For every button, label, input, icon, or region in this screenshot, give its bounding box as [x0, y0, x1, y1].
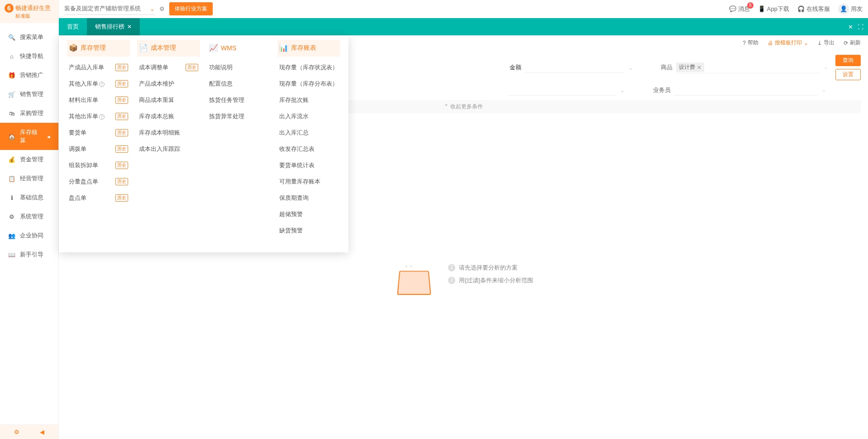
- placeholder-steps: 1 请先选择要分析的方案 2 用[过滤]条件来缩小分析范围: [448, 264, 533, 289]
- placeholder-step-1: 1 请先选择要分析的方案: [448, 264, 533, 272]
- mega-menu-item[interactable]: 可用量库存账本: [277, 174, 340, 190]
- mega-menu-item[interactable]: 现存量（库存分布表）: [277, 76, 340, 92]
- system-settings-icon[interactable]: ⚙: [159, 5, 165, 12]
- nav-operations[interactable]: 📋经营管理: [0, 169, 58, 188]
- messages-button[interactable]: 💬 消息 6: [729, 5, 750, 13]
- mega-menu-item[interactable]: 盘点单历史: [67, 190, 130, 206]
- tab-sales-ranking[interactable]: 销售排行榜 ✕: [87, 18, 140, 35]
- history-tag[interactable]: 历史: [115, 178, 128, 185]
- export-button[interactable]: ⤓导出: [817, 39, 835, 47]
- mega-menu-item[interactable]: 商品成本重算: [137, 92, 200, 108]
- mega-item-label: 功能说明: [209, 63, 233, 72]
- history-tag[interactable]: 历史: [115, 145, 128, 153]
- mega-menu-item[interactable]: 现存量（库存状况表）: [277, 59, 340, 76]
- mega-menu-item[interactable]: 组装拆卸单历史: [67, 157, 130, 174]
- mega-menu-item[interactable]: 分量盘点单历史: [67, 174, 130, 190]
- nav-collab[interactable]: 👥企业协同: [0, 226, 58, 245]
- more-icon[interactable]: ···: [824, 64, 826, 71]
- template-print-button[interactable]: 🖨按模板打印⌄: [768, 39, 808, 47]
- more-icon[interactable]: ···: [822, 87, 825, 94]
- nav-purchase[interactable]: 🛍采购管理: [0, 104, 58, 123]
- remove-tag-icon[interactable]: ✕: [697, 64, 701, 71]
- history-tag[interactable]: 历史: [115, 194, 128, 202]
- logo[interactable]: 6 畅捷通好生意: [5, 4, 54, 13]
- mega-menu-item[interactable]: 调拨单历史: [67, 141, 130, 157]
- mega-menu-item[interactable]: 材料出库单历史: [67, 92, 130, 108]
- chat-icon: 💬: [729, 5, 736, 12]
- mega-menu-item[interactable]: 缺货预警: [277, 222, 340, 239]
- nav-marketing[interactable]: 🎁营销推广: [0, 66, 58, 85]
- industry-plan-button[interactable]: 体验行业方案: [169, 2, 213, 15]
- mega-menu-item[interactable]: 其他出库单?历史: [67, 108, 130, 125]
- history-tag[interactable]: 历史: [115, 80, 128, 87]
- mega-menu-item[interactable]: 收发存汇总表: [277, 141, 340, 157]
- dropdown-input-2[interactable]: [508, 85, 616, 96]
- collapse-sidebar-icon[interactable]: ◀: [40, 429, 44, 435]
- history-tag[interactable]: 历史: [115, 129, 128, 136]
- close-all-icon[interactable]: ✕: [848, 24, 853, 30]
- history-tag[interactable]: 历史: [115, 113, 128, 120]
- nav-inventory[interactable]: 🏠库存核算◂: [0, 123, 58, 150]
- mega-menu-item[interactable]: 库存成本明细账: [137, 125, 200, 141]
- mega-item-label: 产成品入库单: [69, 63, 104, 72]
- settings-icon[interactable]: ⚙: [14, 429, 19, 435]
- filter-actions: 查询 设置: [835, 55, 861, 80]
- mega-menu-item[interactable]: 出入库汇总: [277, 125, 340, 141]
- online-service-button[interactable]: 🎧 在线客服: [797, 5, 830, 13]
- history-tag[interactable]: 历史: [115, 96, 128, 104]
- tab-home[interactable]: 首页: [59, 18, 87, 35]
- mega-menu-item[interactable]: 库存批次账: [277, 92, 340, 108]
- mega-menu-item[interactable]: 要货单统计表: [277, 157, 340, 174]
- mega-menu-item[interactable]: 配置信息: [207, 76, 270, 92]
- app-download-button[interactable]: 📱 App下载: [758, 5, 789, 13]
- history-tag[interactable]: 历史: [115, 162, 128, 169]
- nav-funds[interactable]: 💰资金管理: [0, 150, 58, 169]
- info-icon: ?: [99, 82, 105, 87]
- placeholder-illustration: ˙ ˙: [394, 258, 434, 294]
- step-text: 请先选择要分析的方案: [459, 264, 518, 272]
- mega-menu-item[interactable]: 要货单历史: [67, 125, 130, 141]
- fullscreen-icon[interactable]: ⛶: [858, 24, 863, 30]
- history-tag[interactable]: 历史: [186, 64, 198, 71]
- mega-menu-item[interactable]: 其他入库单?历史: [67, 76, 130, 92]
- user-menu[interactable]: 👤 用友: [838, 4, 863, 14]
- nav-search[interactable]: 🔍搜索菜单: [0, 28, 58, 47]
- messages-badge: 6: [747, 2, 754, 9]
- mega-menu-item[interactable]: 库存成本总账: [137, 108, 200, 125]
- nav-guide[interactable]: 📖新手引导: [0, 245, 58, 264]
- settings-button[interactable]: 设置: [835, 69, 861, 80]
- nav-system[interactable]: ⚙系统管理: [0, 207, 58, 226]
- chevron-down-icon[interactable]: ⌄: [628, 64, 633, 71]
- mega-menu-item[interactable]: 功能说明: [207, 59, 270, 76]
- salesperson-label: 业务员: [653, 86, 671, 94]
- sidebar: 6 畅捷通好生意 标准版 🔍搜索菜单 ⌂快捷导航 🎁营销推广 🛒销售管理 🛍采购…: [0, 0, 59, 439]
- history-tag[interactable]: 历史: [115, 64, 128, 71]
- system-select[interactable]: 装备及固定资产辅助管理系统 ⌄: [64, 3, 155, 15]
- mega-menu-item[interactable]: 产成品入库单历史: [67, 59, 130, 76]
- close-icon[interactable]: ✕: [127, 24, 132, 30]
- amount-input[interactable]: [525, 62, 625, 73]
- mega-menu-item[interactable]: 产品成本维护: [137, 76, 200, 92]
- sidebar-footer: ⚙ ◀: [0, 425, 58, 439]
- salesperson-input[interactable]: [674, 85, 819, 96]
- mega-menu-item[interactable]: 拣货异常处理: [207, 108, 270, 125]
- nav-quick[interactable]: ⌂快捷导航: [0, 47, 58, 66]
- nav-label: 新手引导: [20, 251, 43, 259]
- query-button[interactable]: 查询: [835, 55, 861, 66]
- mega-menu-item[interactable]: 超储预警: [277, 206, 340, 222]
- dropdown-field-2: ⌄: [508, 85, 644, 96]
- refresh-button[interactable]: ⟳刷新: [844, 39, 861, 47]
- mega-header-text: 库存账表: [291, 44, 316, 52]
- mega-menu-item[interactable]: 出入库流水: [277, 108, 340, 125]
- mega-menu-item[interactable]: 保质期查询: [277, 190, 340, 206]
- mega-item-label: 超储预警: [279, 210, 303, 218]
- nav-basic[interactable]: ℹ基础信息: [0, 188, 58, 207]
- mega-menu-item[interactable]: 成本调整单历史: [137, 59, 200, 76]
- nav-sales[interactable]: 🛒销售管理: [0, 85, 58, 104]
- chevron-down-icon[interactable]: ⌄: [620, 87, 625, 94]
- help-button[interactable]: ?帮助: [743, 39, 758, 47]
- mega-menu-item[interactable]: 拣货任务管理: [207, 92, 270, 108]
- tabs-right-actions: ✕ ⛶: [848, 24, 868, 30]
- mega-menu-item[interactable]: 成本出入库跟踪: [137, 141, 200, 157]
- mega-item-label: 库存成本总账: [139, 112, 174, 121]
